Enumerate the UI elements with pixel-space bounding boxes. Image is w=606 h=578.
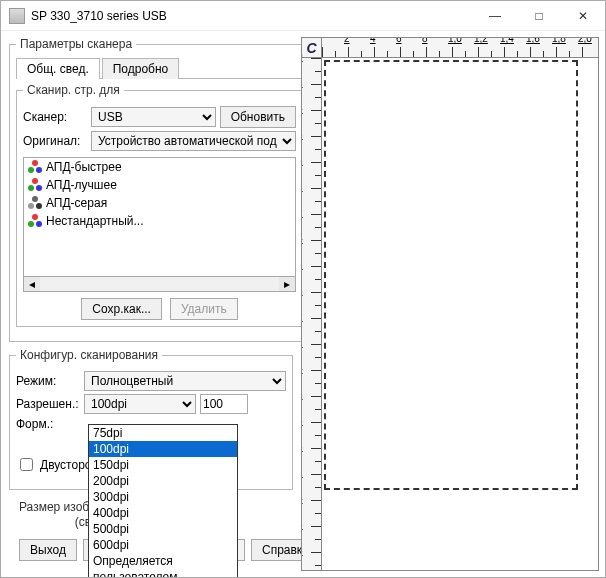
list-item[interactable]: Нестандартный... <box>24 212 295 230</box>
scanner-select[interactable]: USB <box>91 107 216 127</box>
dropdown-option[interactable]: 150dpi <box>89 457 237 473</box>
scan-for-group: Сканир. стр. для Сканер: USB Обновить Ор… <box>16 83 303 327</box>
ruler-vertical: 02468124682246832468 <box>302 58 322 570</box>
tab-detail[interactable]: Подробно <box>102 58 180 79</box>
window-title: SP 330_3710 series USB <box>31 9 473 23</box>
dropdown-option[interactable]: 500dpi <box>89 521 237 537</box>
title-bar: SP 330_3710 series USB — □ ✕ <box>1 1 605 31</box>
list-item[interactable]: АПД-лучшее <box>24 176 295 194</box>
save-as-button[interactable]: Сохр.как... <box>81 298 162 320</box>
scan-config-legend: Конфигур. сканирования <box>16 348 162 362</box>
dropdown-option[interactable]: 200dpi <box>89 473 237 489</box>
dropdown-option[interactable]: 400dpi <box>89 505 237 521</box>
resolution-label: Разрешен.: <box>16 397 80 411</box>
dropdown-option[interactable]: 100dpi <box>89 441 237 457</box>
preview-area[interactable]: C 24681,01,21,41,61,82,0 024681246822468… <box>301 37 599 571</box>
scanner-params-legend: Параметры сканера <box>16 37 136 51</box>
format-label: Форм.: <box>16 417 80 431</box>
gray-icon <box>28 196 42 210</box>
mode-select[interactable]: Полноцветный <box>84 371 286 391</box>
rgb-icon <box>28 178 42 192</box>
rgb-icon <box>28 160 42 174</box>
scan-config-group: Конфигур. сканирования Режим: Полноцветн… <box>9 348 293 490</box>
dropdown-option[interactable]: 300dpi <box>89 489 237 505</box>
scroll-right-icon[interactable]: ▸ <box>279 277 295 291</box>
exit-button[interactable]: Выход <box>19 539 77 561</box>
scroll-left-icon[interactable]: ◂ <box>24 277 40 291</box>
profile-listbox[interactable]: АПД-быстрееАПД-лучшееАПД-сераяНестандарт… <box>23 157 296 277</box>
dropdown-option[interactable]: 600dpi <box>89 537 237 553</box>
ruler-horizontal: 24681,01,21,41,61,82,0 <box>322 38 598 58</box>
original-select[interactable]: Устройство автоматической под <box>91 131 296 151</box>
resolution-select[interactable]: 100dpi <box>84 394 196 414</box>
tab-bar: Общ. свед. Подробно <box>16 57 303 79</box>
list-item[interactable]: АПД-быстрее <box>24 158 295 176</box>
close-button[interactable]: ✕ <box>561 2 605 30</box>
maximize-button[interactable]: □ <box>517 2 561 30</box>
preview-canvas[interactable] <box>322 58 598 570</box>
tab-general[interactable]: Общ. свед. <box>16 58 100 79</box>
ruler-corner: C <box>302 38 322 58</box>
scan-selection[interactable] <box>324 60 578 490</box>
scanner-params-group: Параметры сканера Общ. свед. Подробно Ск… <box>9 37 310 342</box>
minimize-button[interactable]: — <box>473 2 517 30</box>
mode-label: Режим: <box>16 374 80 388</box>
original-label: Оригинал: <box>23 134 87 148</box>
duplex-checkbox[interactable] <box>20 458 33 471</box>
dropdown-option[interactable]: 75dpi <box>89 425 237 441</box>
rgb-icon <box>28 214 42 228</box>
app-icon <box>9 8 25 24</box>
resolution-dropdown[interactable]: 75dpi100dpi150dpi200dpi300dpi400dpi500dp… <box>88 424 238 578</box>
resolution-input[interactable] <box>200 394 248 414</box>
scan-for-legend: Сканир. стр. для <box>23 83 124 97</box>
profile-name: АПД-серая <box>46 196 107 210</box>
delete-button: Удалить <box>170 298 238 320</box>
profile-scrollbar[interactable]: ◂ ▸ <box>23 276 296 292</box>
list-item[interactable]: АПД-серая <box>24 194 295 212</box>
profile-name: Нестандартный... <box>46 214 144 228</box>
profile-name: АПД-быстрее <box>46 160 122 174</box>
refresh-button[interactable]: Обновить <box>220 106 296 128</box>
scanner-label: Сканер: <box>23 110 87 124</box>
profile-name: АПД-лучшее <box>46 178 117 192</box>
dropdown-option[interactable]: Определяется пользователем <box>89 553 237 578</box>
